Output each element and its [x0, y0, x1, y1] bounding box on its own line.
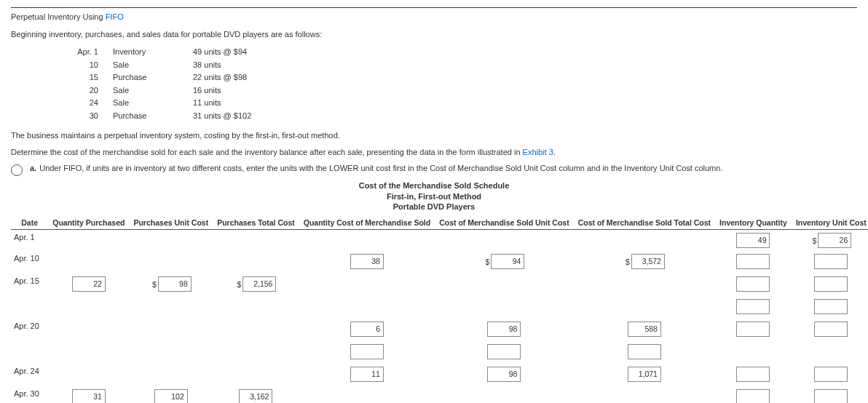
inv-uc-input[interactable] — [814, 276, 848, 292]
paragraph-2: Determine the cost of the merchandise so… — [11, 147, 857, 158]
given-data-table: Apr. 1Inventory49 units @ $94 10Sale38 u… — [69, 46, 857, 123]
inv-uc-input[interactable] — [814, 389, 848, 403]
schedule-heading: Cost of the Merchandise Sold Schedule Fi… — [11, 180, 857, 212]
table-row: Apr. 30 31 102 3,162 — [11, 386, 868, 403]
table-row — [11, 296, 868, 319]
p-tc-input[interactable]: 2,156 — [242, 276, 276, 292]
p-uc-input[interactable]: 102 — [154, 389, 188, 403]
inv-qty-input[interactable] — [736, 299, 770, 314]
check-circle-icon — [11, 164, 23, 176]
table-row: Apr. 1 49 $26 $1,274 — [11, 230, 868, 252]
schedule-table: DateQuantity PurchasedPurchases Unit Cos… — [11, 216, 868, 403]
part-a: a. Under FIFO, if units are in inventory… — [11, 164, 857, 176]
inv-qty-input[interactable]: 49 — [736, 233, 770, 248]
exhibit-link[interactable]: Exhibit 3 — [523, 148, 553, 156]
inv-uc-input[interactable] — [814, 299, 848, 314]
inv-uc-input[interactable]: 26 — [818, 233, 851, 248]
fifo-link: FIFO — [106, 12, 124, 21]
table-row: Apr. 10 38 $94 $3,572 — [11, 251, 868, 274]
qp-input[interactable]: 31 — [72, 389, 106, 403]
inv-qty-input[interactable] — [736, 254, 770, 269]
cms-uc-input[interactable]: 98 — [487, 367, 521, 382]
p-tc-input[interactable]: 3,162 — [239, 389, 272, 403]
table-row: Apr. 20 6 98 588 — [11, 319, 868, 341]
inv-uc-input[interactable] — [814, 322, 848, 337]
cms-tc-input[interactable]: 3,572 — [631, 254, 665, 269]
table-row: Apr. 15 22 $98 $2,156 — [11, 274, 868, 296]
inv-uc-input[interactable] — [814, 367, 848, 382]
intro-text: Beginning inventory, purchases, and sale… — [11, 30, 857, 39]
inv-qty-input[interactable] — [736, 276, 770, 292]
inv-uc-input[interactable] — [814, 254, 848, 269]
paragraph-1: The business maintains a perpetual inven… — [11, 130, 857, 141]
qp-input[interactable]: 22 — [72, 276, 106, 292]
inv-qty-input[interactable] — [736, 322, 770, 337]
qcms-input[interactable] — [350, 344, 384, 359]
qcms-input[interactable]: 38 — [350, 254, 384, 269]
table-row: Apr. 24 11 98 1,071 — [11, 364, 868, 386]
inv-qty-input[interactable] — [736, 389, 770, 403]
inv-qty-input[interactable] — [736, 367, 770, 382]
cms-uc-input[interactable]: 98 — [487, 322, 521, 337]
cms-tc-input[interactable] — [628, 344, 661, 359]
qcms-input[interactable]: 6 — [350, 322, 384, 337]
page-title: Perpetual Inventory Using FIFO — [11, 12, 857, 21]
table-row — [11, 341, 868, 364]
cms-uc-input[interactable]: 94 — [491, 254, 524, 269]
cms-uc-input[interactable] — [487, 344, 521, 359]
cms-tc-input[interactable]: 1,071 — [628, 367, 661, 382]
cms-tc-input[interactable]: 588 — [628, 322, 661, 337]
qcms-input[interactable]: 11 — [350, 367, 384, 382]
p-uc-input[interactable]: 98 — [158, 276, 192, 292]
